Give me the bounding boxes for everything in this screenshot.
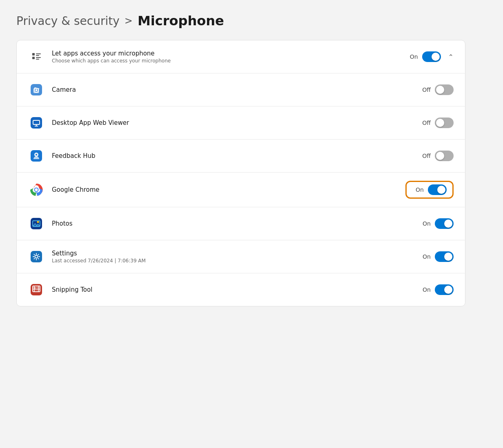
- toggle-knob-google-chrome: [437, 186, 445, 194]
- setting-info-let-apps: Let apps access your microphone Choose w…: [52, 50, 407, 64]
- svg-rect-2: [36, 53, 41, 54]
- setting-status-snipping-tool: On: [419, 286, 431, 293]
- desktop-icon: [28, 115, 45, 131]
- setting-control-snipping-tool: On: [419, 284, 454, 295]
- setting-info-camera: Camera: [52, 86, 419, 93]
- page-header: Privacy & security > Microphone: [16, 13, 487, 29]
- toggle-knob-let-apps: [432, 53, 440, 61]
- setting-status-feedback-hub: Off: [419, 153, 431, 159]
- svg-point-25: [37, 221, 39, 223]
- setting-info-settings: Settings Last accessed 7/26/2024 | 7:06:…: [52, 250, 419, 264]
- toggle-settings[interactable]: [435, 251, 454, 262]
- setting-row-google-chrome: Google Chrome On: [17, 173, 465, 207]
- svg-rect-0: [32, 53, 35, 55]
- svg-rect-10: [31, 117, 42, 129]
- setting-desc-settings: Last accessed 7/26/2024 | 7:06:39 AM: [52, 258, 419, 264]
- setting-control-feedback-hub: Off: [419, 151, 454, 161]
- setting-desc-let-apps: Choose which apps can access your microp…: [52, 58, 407, 64]
- svg-rect-3: [36, 55, 39, 56]
- chevron-icon-let-apps[interactable]: ⌃: [448, 53, 454, 61]
- toggle-snipping-tool[interactable]: [435, 284, 454, 295]
- breadcrumb-parent[interactable]: Privacy & security: [16, 14, 120, 28]
- toggle-let-apps[interactable]: [422, 51, 441, 62]
- setting-name-let-apps: Let apps access your microphone: [52, 50, 407, 57]
- setting-name-google-chrome: Google Chrome: [52, 186, 405, 193]
- chrome-icon: [28, 182, 45, 198]
- setting-row-let-apps: Let apps access your microphone Choose w…: [17, 40, 465, 73]
- toggle-knob-feedback-hub: [436, 152, 444, 160]
- setting-row-desktop-web-viewer: Desktop App Web Viewer Off: [17, 106, 465, 140]
- photos-icon: [28, 215, 45, 232]
- setting-control-google-chrome: On: [405, 181, 454, 199]
- breadcrumb-current: Microphone: [138, 13, 224, 29]
- svg-rect-35: [34, 287, 36, 289]
- setting-name-settings: Settings: [52, 250, 419, 257]
- setting-name-desktop-web-viewer: Desktop App Web Viewer: [52, 119, 419, 126]
- list-icon: [28, 49, 45, 65]
- setting-name-snipping-tool: Snipping Tool: [52, 286, 419, 293]
- setting-info-google-chrome: Google Chrome: [52, 186, 405, 193]
- toggle-desktop-web-viewer[interactable]: [435, 118, 454, 128]
- svg-point-16: [36, 154, 37, 155]
- setting-info-photos: Photos: [52, 220, 419, 227]
- setting-status-settings: On: [419, 253, 431, 260]
- setting-control-photos: On: [419, 218, 454, 229]
- toggle-photos[interactable]: [435, 218, 454, 229]
- svg-rect-1: [32, 57, 35, 59]
- svg-rect-27: [31, 251, 42, 262]
- setting-row-snipping-tool: Snipping Tool On: [17, 273, 465, 306]
- toggle-knob-snipping-tool: [444, 286, 452, 294]
- setting-info-feedback-hub: Feedback Hub: [52, 152, 419, 160]
- setting-name-feedback-hub: Feedback Hub: [52, 152, 419, 160]
- toggle-camera[interactable]: [435, 84, 454, 95]
- toggle-knob-desktop-web-viewer: [436, 119, 444, 127]
- toggle-google-chrome[interactable]: [428, 184, 447, 195]
- setting-status-camera: Off: [419, 86, 431, 93]
- setting-status-photos: On: [419, 220, 431, 227]
- svg-rect-5: [36, 59, 39, 60]
- snipping-icon: [28, 282, 45, 298]
- toggle-knob-photos: [444, 220, 452, 228]
- setting-row-feedback-hub: Feedback Hub Off: [17, 140, 465, 173]
- setting-info-snipping-tool: Snipping Tool: [52, 286, 419, 293]
- setting-row-camera: Camera Off: [17, 73, 465, 106]
- settings-panel: Let apps access your microphone Choose w…: [16, 40, 465, 306]
- camera-icon: [28, 82, 45, 98]
- svg-point-23: [35, 189, 38, 191]
- setting-row-photos: Photos On: [17, 207, 465, 240]
- setting-control-desktop-web-viewer: Off: [419, 118, 454, 128]
- settings-icon: [28, 248, 45, 265]
- setting-name-camera: Camera: [52, 86, 419, 93]
- svg-point-8: [36, 89, 38, 91]
- setting-control-let-apps: On ⌃: [407, 51, 454, 62]
- setting-row-settings: Settings Last accessed 7/26/2024 | 7:06:…: [17, 240, 465, 273]
- setting-info-desktop-web-viewer: Desktop App Web Viewer: [52, 119, 419, 126]
- svg-point-9: [38, 88, 39, 89]
- setting-status-let-apps: On: [407, 53, 418, 60]
- toggle-knob-settings: [444, 253, 452, 261]
- svg-rect-4: [36, 57, 41, 58]
- setting-control-settings: On: [419, 251, 454, 262]
- chrome-highlight: On: [405, 181, 454, 199]
- setting-status-desktop-web-viewer: Off: [419, 120, 431, 126]
- setting-control-camera: Off: [419, 84, 454, 95]
- feedback-icon: [28, 148, 45, 164]
- setting-status-google-chrome: On: [412, 186, 424, 193]
- setting-name-photos: Photos: [52, 220, 419, 227]
- toggle-knob-camera: [436, 86, 444, 94]
- svg-rect-24: [31, 218, 42, 229]
- toggle-feedback-hub[interactable]: [435, 151, 454, 161]
- breadcrumb-separator: >: [125, 15, 133, 27]
